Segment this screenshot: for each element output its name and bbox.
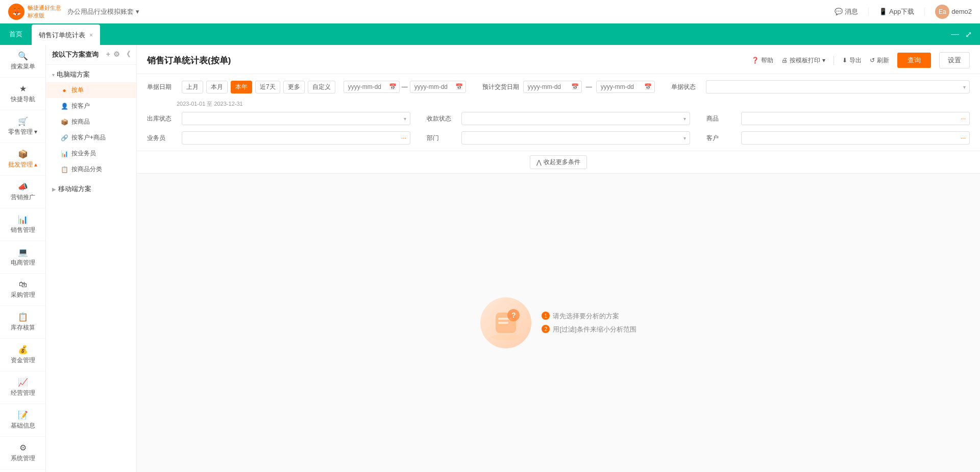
department-select[interactable] — [461, 131, 690, 145]
payment-status-label: 收款状态 — [427, 114, 457, 123]
customer-input[interactable] — [741, 131, 970, 145]
custom-btn[interactable]: 自定义 — [308, 81, 335, 93]
tab-maximize-icon[interactable]: ⤢ — [965, 30, 972, 39]
export-button[interactable]: ⬇ 导出 — [842, 56, 862, 65]
logo-text: 畅捷通好生意 标准版 — [28, 4, 61, 19]
refresh-icon: ↺ — [870, 57, 875, 64]
svg-point-0 — [492, 334, 520, 340]
date-sep2: — — [586, 83, 592, 90]
divider2 — [924, 8, 925, 16]
app-title: 办公用品行业模拟账套 ▾ — [67, 7, 139, 16]
print-icon: 🖨 — [781, 57, 788, 64]
prev-month-btn[interactable]: 上月 — [182, 81, 203, 93]
avatar: Ea — [935, 5, 949, 19]
more-btn[interactable]: 更多 — [283, 81, 305, 93]
sidebar-item-wholesale[interactable]: 📦 批发管理 ▴ — [0, 143, 45, 176]
page-header: 销售订单统计表(按单) ❓ 帮助 🖨 按模板打印 ▾ ⬇ 导出 — [137, 45, 980, 74]
sidebar-item-finance[interactable]: 💰 资金管理 — [0, 339, 45, 371]
date-range-text: 2023-01-01 至 2023-12-31 — [177, 101, 243, 107]
collapse-row: ⋀ 收起更多条件 — [137, 151, 980, 174]
page-title: 销售订单统计表(按单) — [147, 55, 231, 66]
tree-child-by-salesperson[interactable]: 📊 按业务员 — [46, 146, 136, 161]
product-filter-label: 商品 — [706, 114, 737, 123]
tree-arrow-icon: ▾ — [52, 72, 55, 78]
search-icon: 🔍 — [0, 51, 45, 61]
product-icon: 📦 — [60, 118, 68, 126]
logo-icon: 🦊 — [8, 4, 24, 20]
empty-svg: ? — [485, 302, 526, 343]
order-icon: ● — [60, 86, 68, 95]
tree-child-by-cust-prod[interactable]: 🔗 按客户+商品 — [46, 130, 136, 146]
tab-active[interactable]: 销售订单统计表 × — [32, 25, 100, 46]
sidebar-item-search-menu[interactable]: 🔍 搜索菜单 — [0, 45, 45, 78]
tree-child-by-order[interactable]: ● 按单 — [46, 82, 136, 98]
sidebar-item-operations[interactable]: 📈 经营管理 — [0, 371, 45, 404]
delivery-status-select[interactable] — [182, 112, 410, 125]
sidebar-item-purchase[interactable]: 🛍 采购管理 — [0, 274, 45, 306]
sidebar-item-basic[interactable]: 📝 基础信息 — [0, 404, 45, 437]
sidebar-item-ecommerce[interactable]: 💻 电商管理 — [0, 241, 45, 274]
tree-parent-pc[interactable]: ▾ 电脑端方案 — [46, 67, 136, 82]
collapse-more-btn[interactable]: ⋀ 收起更多条件 — [530, 155, 587, 169]
sidebar-item-marketing[interactable]: 📣 营销推广 — [0, 176, 45, 208]
help-button[interactable]: ❓ 帮助 — [751, 56, 773, 65]
ecommerce-icon: 💻 — [0, 247, 45, 257]
empty-tips: 1 请先选择要分析的方案 2 用[过滤]条件来缩小分析范围 — [542, 312, 636, 334]
expected-date-label: 预计交货日期 — [482, 83, 519, 91]
sidebar-item-quick-nav[interactable]: ★ 快捷导航 — [0, 78, 45, 110]
add-plan-icon[interactable]: + — [106, 50, 110, 59]
tree-child-by-product[interactable]: 📦 按商品 — [46, 114, 136, 130]
refresh-button[interactable]: ↺ 刷新 — [870, 56, 889, 65]
user-menu[interactable]: Ea demo2 — [935, 5, 972, 19]
page-actions: ❓ 帮助 🖨 按模板打印 ▾ ⬇ 导出 ↺ 刷新 — [751, 52, 970, 68]
department-label: 部门 — [427, 134, 457, 143]
salesperson-label: 业务员 — [147, 134, 178, 143]
tab-close-icon[interactable]: × — [89, 32, 93, 39]
category-icon: 📋 — [60, 166, 68, 174]
payment-status-select[interactable] — [461, 112, 690, 125]
app-logo[interactable]: 🦊 畅捷通好生意 标准版 — [8, 4, 61, 20]
doc-status-select[interactable] — [706, 80, 970, 93]
empty-content: ? 1 请先选择要分析的方案 2 用[过滤]条件来缩小分析范围 — [480, 297, 636, 348]
product-input[interactable] — [741, 112, 970, 125]
this-year-btn[interactable]: 本年 — [231, 81, 252, 93]
tab-minimize-icon[interactable]: — — [951, 30, 959, 39]
inventory-icon: 📋 — [0, 312, 45, 322]
app-download-button[interactable]: 📱 App下载 — [879, 7, 914, 16]
empty-tip-2: 2 用[过滤]条件来缩小分析范围 — [542, 325, 636, 334]
tab-home[interactable]: 首页 — [0, 23, 32, 45]
system-icon: ⚙ — [0, 443, 45, 453]
curr-month-btn[interactable]: 本月 — [206, 81, 228, 93]
tree-parent-mobile[interactable]: ▶ 移动端方案 — [46, 181, 136, 197]
settings-button[interactable]: 设置 — [939, 52, 970, 68]
sidebar-item-retail[interactable]: 🛒 零售管理 ▾ — [0, 110, 45, 143]
operations-icon: 📈 — [0, 377, 45, 387]
svg-rect-3 — [498, 322, 508, 324]
cust-prod-icon: 🔗 — [60, 134, 68, 142]
sidebar-item-system[interactable]: ⚙ 系统管理 — [0, 437, 45, 469]
left-panel: 按以下方案查询 + ⚙ 《 ▾ 电脑端方案 ● 按单 👤 按客户 📦 按商 — [46, 45, 137, 472]
finance-icon: 💰 — [0, 345, 45, 355]
sidebar-item-sales[interactable]: 📊 销售管理 — [0, 208, 45, 241]
date-label: 单据日期 — [147, 83, 178, 91]
tree-section-mobile: ▶ 移动端方案 — [46, 179, 136, 199]
retail-icon: 🛒 — [0, 116, 45, 126]
settings-plan-icon[interactable]: ⚙ — [113, 50, 120, 59]
collapse-panel-icon[interactable]: 《 — [123, 50, 130, 59]
customer-icon: 👤 — [60, 102, 68, 110]
sidebar-item-enterprise[interactable]: 🤝 企业协同 — [0, 469, 45, 472]
message-button[interactable]: 💬 消息 — [835, 7, 858, 16]
content-area: 销售订单统计表(按单) ❓ 帮助 🖨 按模板打印 ▾ ⬇ 导出 — [137, 45, 980, 472]
print-button[interactable]: 🖨 按模板打印 ▾ — [781, 56, 834, 65]
7days-btn[interactable]: 近7天 — [255, 81, 280, 93]
main-layout: 🔍 搜索菜单 ★ 快捷导航 🛒 零售管理 ▾ 📦 批发管理 ▴ 📣 营销推广 📊… — [0, 45, 980, 472]
salesperson-input[interactable] — [182, 131, 410, 145]
salesperson-tree-icon: 📊 — [60, 150, 68, 158]
tree-child-by-customer[interactable]: 👤 按客户 — [46, 98, 136, 114]
query-button[interactable]: 查询 — [897, 53, 931, 68]
doc-status-label: 单据状态 — [671, 83, 702, 91]
sidebar-item-inventory[interactable]: 📋 库存核算 — [0, 306, 45, 339]
tree-child-by-category[interactable]: 📋 按商品分类 — [46, 161, 136, 177]
date-separator: — — [402, 83, 408, 90]
chevron-up-icon: ▴ — [34, 161, 37, 168]
